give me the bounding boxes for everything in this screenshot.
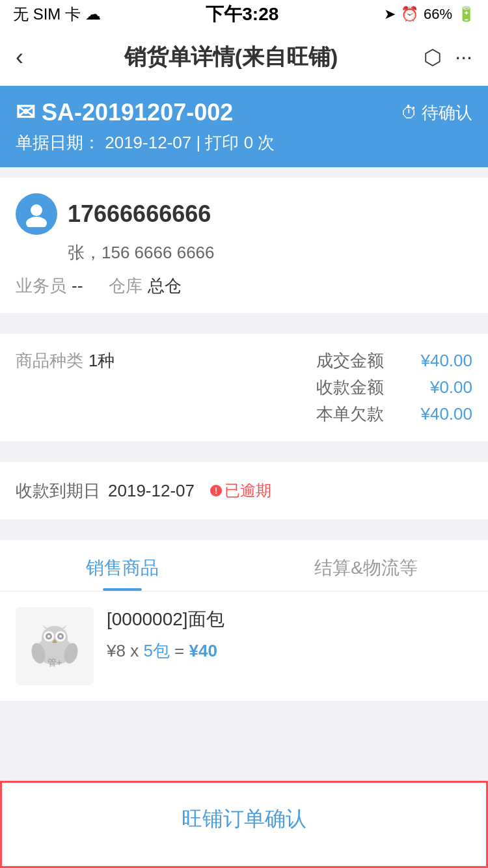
status-bar: 无 SIM 卡 ☁ 下午3:28 ➤ ⏰ 66% 🔋 [0, 0, 488, 29]
svg-marker-12 [62, 625, 67, 629]
amount-value-1: ¥0.00 [394, 377, 472, 398]
order-id: ✉ SA-20191207-002 [16, 99, 233, 126]
status-clock-icon: ⏱ [401, 103, 418, 123]
sim-status: 无 SIM 卡 ☁ [13, 4, 101, 25]
status-time: 下午3:28 [206, 2, 278, 27]
order-date: 单据日期： 2019-12-07 | 打印 0 次 [16, 131, 472, 154]
back-button[interactable]: ‹ [16, 44, 55, 71]
more-icon[interactable]: ··· [455, 45, 472, 69]
sales-value: -- [72, 276, 83, 296]
date-value: 2019-12-07 [105, 133, 191, 152]
svg-point-1 [26, 217, 47, 227]
print-info: | 打印 0 次 [196, 133, 275, 152]
order-id-text: SA-20191207-002 [42, 99, 233, 126]
amount-label-0: 成交金额 [316, 349, 384, 372]
order-status: ⏱ 待确认 [401, 102, 472, 124]
customer-section: 17666666666 张，156 6666 6666 业务员 -- 仓库 总仓 [0, 178, 488, 313]
svg-point-9 [59, 635, 62, 638]
svg-point-8 [47, 635, 50, 638]
summary-section: 商品种类 1种 成交金额 ¥40.00 收款金额 ¥0.00 本单欠款 ¥40.… [0, 334, 488, 441]
nav-actions: ⬡ ··· [407, 45, 472, 70]
customer-phone: 17666666666 [68, 200, 211, 228]
tab-sales-products[interactable]: 销售商品 [0, 540, 244, 591]
svg-point-0 [31, 204, 42, 216]
type-value: 1种 [88, 349, 115, 372]
due-label: 收款到期日 [16, 480, 100, 502]
product-list: 管+ [0000002]面包 ¥8 x 5包 = ¥40 [0, 591, 488, 701]
due-date-section: 收款到期日 2019-12-07 ! 已逾期 [0, 462, 488, 519]
nav-bar: ‹ 销货单详情(来自旺铺) ⬡ ··· [0, 29, 488, 86]
divider-1 [0, 323, 488, 334]
amount-value-2: ¥40.00 [394, 404, 472, 424]
customer-meta: 业务员 -- 仓库 总仓 [16, 275, 472, 297]
divider-3 [0, 530, 488, 540]
overdue-badge: ! 已逾期 [202, 478, 279, 504]
share-icon[interactable]: ⬡ [424, 45, 442, 70]
divider-2 [0, 452, 488, 462]
svg-text:管+: 管+ [47, 657, 62, 668]
svg-marker-11 [42, 625, 47, 629]
product-price: ¥8 x 5包 = ¥40 [107, 640, 472, 662]
battery-icon: 🔋 [457, 6, 475, 23]
multiply-symbol: x [130, 641, 139, 660]
order-id-icon: ✉ [16, 99, 35, 126]
equals-symbol: = [174, 641, 184, 660]
product-total: ¥40 [189, 641, 217, 660]
location-icon: ➤ [384, 6, 396, 23]
tab-label-1: 结算&物流等 [314, 558, 418, 578]
tabs-section: 销售商品 结算&物流等 [0, 540, 488, 701]
overdue-text: 已逾期 [224, 480, 271, 501]
page-title: 销货单详情(来自旺铺) [55, 42, 407, 72]
status-left: 无 SIM 卡 ☁ [13, 4, 101, 25]
tabs-header: 销售商品 结算&物流等 [0, 540, 488, 591]
product-thumbnail: 管+ [16, 607, 94, 685]
type-label: 商品种类 [16, 349, 83, 372]
alarm-icon: ⏰ [401, 6, 418, 23]
overdue-icon: ! [210, 485, 222, 496]
price-unit: ¥8 [107, 641, 126, 660]
table-row: 管+ [0000002]面包 ¥8 x 5包 = ¥40 [16, 607, 472, 685]
customer-name: 张，156 6666 6666 [68, 241, 472, 264]
order-header-card: ✉ SA-20191207-002 ⏱ 待确认 单据日期： 2019-12-07… [0, 86, 488, 167]
warehouse-label: 仓库 [109, 275, 142, 297]
battery-level: 66% [424, 6, 452, 23]
avatar [16, 193, 57, 235]
status-right: ➤ ⏰ 66% 🔋 [384, 6, 475, 23]
tab-settlement[interactable]: 结算&物流等 [244, 540, 488, 591]
amount-value-0: ¥40.00 [394, 351, 472, 371]
status-text: 待确认 [422, 102, 472, 124]
due-date-value: 2019-12-07 [108, 481, 195, 501]
sales-label: 业务员 [16, 275, 66, 297]
amount-label-1: 收款金额 [316, 376, 384, 399]
product-info: [0000002]面包 ¥8 x 5包 = ¥40 [107, 607, 472, 662]
confirm-section: 旺铺订单确认 [0, 781, 488, 868]
confirm-order-button[interactable]: 旺铺订单确认 [18, 793, 470, 845]
date-label: 单据日期： [16, 133, 100, 152]
summary-amounts: 成交金额 ¥40.00 收款金额 ¥0.00 本单欠款 ¥40.00 [316, 349, 472, 426]
tab-label-0: 销售商品 [86, 558, 159, 578]
product-qty: 5包 [143, 641, 169, 660]
product-name: [0000002]面包 [107, 607, 472, 632]
warehouse-value: 总仓 [148, 275, 182, 297]
amount-label-2: 本单欠款 [316, 403, 384, 426]
